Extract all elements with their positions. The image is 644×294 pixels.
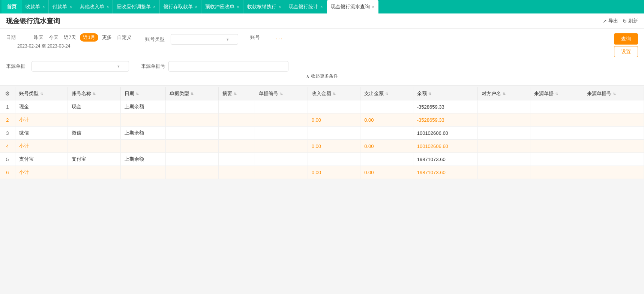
th-counterpart[interactable]: 对方户名 ⇅ xyxy=(477,87,530,100)
cell-income: 0.00 xyxy=(308,113,360,127)
collapse-chevron-icon: ∧ xyxy=(306,74,309,79)
tab-qitashoururu[interactable]: 其他收入单 × xyxy=(76,0,113,13)
tab-yinhangcunqu[interactable]: 银行存取款单 × xyxy=(160,0,201,13)
th-date[interactable]: 日期 ⇅ xyxy=(120,87,166,100)
query-button[interactable]: 查询 xyxy=(614,33,638,45)
collapse-filter-button[interactable]: ∧ 收起更多条件 xyxy=(6,72,638,81)
cell-idx: 5 xyxy=(0,153,15,166)
close-tab-6[interactable]: × xyxy=(279,4,281,9)
table-row[interactable]: 3微信微信上期余额100102606.60 xyxy=(0,127,644,140)
tab-shoukuandan[interactable]: 收款单 × xyxy=(22,0,49,13)
cell-idx: 4 xyxy=(0,140,15,153)
cell-balance: 100102606.60 xyxy=(413,140,477,153)
cell-income: 0.00 xyxy=(308,166,360,179)
tab-xianjinyinhangtongjii[interactable]: 现金银行统计 × xyxy=(285,0,327,13)
cell-bill-type xyxy=(166,140,219,153)
th-source-bill[interactable]: 来源单据 ⇅ xyxy=(530,87,583,100)
cell-balance: 100102606.60 xyxy=(413,127,477,140)
home-tab[interactable]: 首页 xyxy=(2,0,22,13)
page-header: 现金银行流水查询 ↗ 导出 ↻ 刷新 xyxy=(0,13,644,29)
source-bill-select[interactable]: ▾ xyxy=(32,61,129,72)
cell-expense xyxy=(360,153,413,166)
cell-source-bill xyxy=(530,113,583,127)
date-option-1month[interactable]: 近1月 xyxy=(80,33,98,42)
date-option-7days[interactable]: 近7天 xyxy=(62,33,78,42)
table-row[interactable]: 4小计0.000.00100102606.60 xyxy=(0,140,644,153)
close-tab-3[interactable]: × xyxy=(153,4,155,9)
th-source-bill-no[interactable]: 来源单据号 ⇅ xyxy=(583,87,644,100)
sort-date-icon: ⇅ xyxy=(136,92,139,96)
cell-idx: 6 xyxy=(0,166,15,179)
date-option-custom[interactable]: 自定义 xyxy=(116,33,133,42)
table-row[interactable]: 1现金现金上期余额-3528659.33 xyxy=(0,100,644,113)
account-dots-button[interactable]: ... xyxy=(276,34,283,41)
tab-yingshouyingfu[interactable]: 应收应付调整单 × xyxy=(113,0,159,13)
source-bill-label: 来源单据 xyxy=(6,63,29,70)
table-row[interactable]: 6小计0.000.0019871073.60 xyxy=(0,166,644,179)
table-row[interactable]: 2小计0.000.00-3528659.33 xyxy=(0,113,644,127)
cell-source-bill-no xyxy=(583,166,644,179)
cell-account-name xyxy=(68,113,121,127)
close-tab-2[interactable]: × xyxy=(107,4,109,9)
cell-source-bill xyxy=(530,140,583,153)
cell-bill-no xyxy=(255,113,308,127)
th-balance[interactable]: 余额 ⇅ xyxy=(413,87,477,100)
close-tab-8[interactable]: × xyxy=(372,4,374,9)
close-tab-7[interactable]: × xyxy=(320,4,323,9)
close-tab-4[interactable]: × xyxy=(195,4,197,9)
cell-account-name: 支付宝 xyxy=(68,153,121,166)
cell-expense: 0.00 xyxy=(360,140,413,153)
th-bill-no[interactable]: 单据编号 ⇅ xyxy=(255,87,308,100)
close-tab-5[interactable]: × xyxy=(237,4,239,9)
cell-bill-type xyxy=(166,100,219,113)
date-option-today[interactable]: 今天 xyxy=(47,33,60,42)
cell-date: 上期余额 xyxy=(120,153,166,166)
close-tab-1[interactable]: × xyxy=(69,4,72,9)
page-title: 现金银行流水查询 xyxy=(6,16,60,25)
cell-bill-no xyxy=(255,153,308,166)
refresh-button[interactable]: ↻ 刷新 xyxy=(623,18,638,24)
export-button[interactable]: ↗ 导出 xyxy=(603,18,618,24)
sort-account-type-icon: ⇅ xyxy=(40,92,43,96)
cell-source-bill-no xyxy=(583,127,644,140)
tab-yushou[interactable]: 预收冲应收单 × xyxy=(201,0,243,13)
tab-fukuandan[interactable]: 付款单 × xyxy=(49,0,76,13)
cell-expense: 0.00 xyxy=(360,166,413,179)
cell-summary xyxy=(218,166,255,179)
cell-source-bill xyxy=(530,127,583,140)
cell-account-name: 现金 xyxy=(68,100,121,113)
close-tab-0[interactable]: × xyxy=(42,4,45,9)
cell-income xyxy=(308,127,360,140)
table-container: ⚙ 账号类型 ⇅ 账号名称 ⇅ 日期 xyxy=(0,87,644,179)
cell-source-bill-no xyxy=(583,153,644,166)
cell-income xyxy=(308,100,360,113)
th-summary[interactable]: 摘要 ⇅ xyxy=(218,87,255,100)
th-account-type[interactable]: 账号类型 ⇅ xyxy=(15,87,68,100)
date-option-more[interactable]: 更多 xyxy=(101,33,113,42)
tab-shoukuanxiaoxiao[interactable]: 收款核销执行 × xyxy=(243,0,285,13)
cell-counterpart xyxy=(477,166,530,179)
th-income[interactable]: 收入金额 ⇅ xyxy=(308,87,360,100)
cell-income: 0.00 xyxy=(308,140,360,153)
table-row[interactable]: 5支付宝支付宝上期余额19871073.60 xyxy=(0,153,644,166)
date-label: 日期 xyxy=(6,34,29,41)
action-buttons: 查询 设置 xyxy=(614,33,638,57)
sort-summary-icon: ⇅ xyxy=(234,92,237,96)
date-option-yesterday[interactable]: 昨天 xyxy=(32,33,45,42)
tab-liushui[interactable]: 现金银行流水查询 × xyxy=(327,0,378,13)
th-settings[interactable]: ⚙ xyxy=(0,87,15,100)
cell-idx: 3 xyxy=(0,127,15,140)
cell-date xyxy=(120,113,166,127)
filter-area: 日期 昨天 今天 近7天 近1月 更多 自定义 2023-02-24 至 202… xyxy=(0,29,644,86)
cell-source-bill-no xyxy=(583,113,644,127)
source-bill-no-input[interactable] xyxy=(168,61,288,72)
sort-income-icon: ⇅ xyxy=(333,92,336,96)
cell-account-type: 小计 xyxy=(15,140,68,153)
th-expense[interactable]: 支出金额 ⇅ xyxy=(360,87,413,100)
cell-balance: 19871073.60 xyxy=(413,166,477,179)
settings-button[interactable]: 设置 xyxy=(614,46,638,57)
th-account-name[interactable]: 账号名称 ⇅ xyxy=(68,87,121,100)
th-bill-type[interactable]: 单据类型 ⇅ xyxy=(166,87,219,100)
account-type-select[interactable]: ▾ xyxy=(171,34,238,45)
cell-date: 上期余额 xyxy=(120,127,166,140)
